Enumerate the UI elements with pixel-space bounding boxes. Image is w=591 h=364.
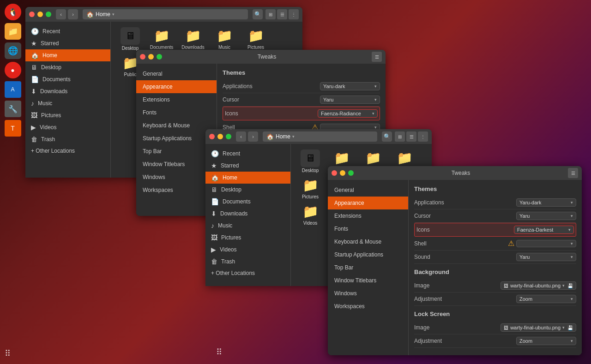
view-list-2[interactable]: ☰ bbox=[406, 131, 416, 142]
tweaks-min-2[interactable] bbox=[340, 170, 345, 176]
sidebar-item-recent-2[interactable]: 🕐 Recent bbox=[205, 148, 290, 160]
blue-app-icon[interactable]: A bbox=[5, 81, 21, 98]
sidebar-item-music-2[interactable]: ♪ Music bbox=[205, 220, 290, 232]
sidebar-item-pictures-1[interactable]: 🖼 Pictures bbox=[25, 109, 110, 121]
tweaks-fonts-2[interactable]: Fonts bbox=[328, 222, 408, 235]
tweaks-close-1[interactable] bbox=[140, 54, 145, 60]
close-button-2[interactable] bbox=[209, 134, 215, 139]
file-item-downloads[interactable]: 📁 Downloads bbox=[179, 27, 207, 51]
tweaks-windows-2[interactable]: Windows bbox=[328, 287, 408, 300]
file-item-documents[interactable]: 📁 Documents bbox=[148, 27, 175, 51]
tweaks-min-1[interactable] bbox=[148, 54, 154, 60]
sidebar-item-home-1[interactable]: 🏠 Home bbox=[25, 49, 110, 61]
sidebar-item-trash-2[interactable]: 🗑 Trash bbox=[205, 256, 290, 268]
sidebar-item-downloads-1[interactable]: ⬇ Downloads bbox=[25, 85, 110, 97]
videos-sidebar-icon-2: ▶ bbox=[211, 246, 216, 253]
file-item-desktop[interactable]: 🖥 Desktop bbox=[116, 27, 144, 51]
maximize-button-1[interactable] bbox=[46, 12, 51, 17]
search-button-1[interactable]: 🔍 bbox=[253, 9, 263, 19]
sidebar-item-videos-1[interactable]: ▶ Videos bbox=[25, 121, 110, 133]
sound-dropdown-2[interactable]: Yaru ▾ bbox=[516, 253, 576, 261]
close-button-1[interactable] bbox=[29, 12, 35, 17]
tweaks-extensions-1[interactable]: Extensions bbox=[136, 93, 217, 106]
app-icon[interactable]: ● bbox=[5, 62, 21, 78]
forward-button-1[interactable]: › bbox=[68, 9, 78, 19]
tweaks-max-1[interactable] bbox=[157, 54, 162, 60]
cursor-dropdown-1[interactable]: Yaru ▾ bbox=[320, 95, 380, 104]
tweaks-workspaces-1[interactable]: Workspaces bbox=[136, 184, 217, 197]
tweaks-keyboard-1[interactable]: Keyboard & Mouse bbox=[136, 119, 217, 132]
location-bar-2[interactable]: 🏠 Home ▾ bbox=[263, 131, 377, 142]
menu-button-2[interactable]: ⋮ bbox=[418, 131, 428, 142]
tweaks-close-2[interactable] bbox=[332, 170, 337, 176]
back-button-1[interactable]: ‹ bbox=[56, 9, 66, 19]
sidebar-item-desktop-1[interactable]: 🖥 Desktop bbox=[25, 61, 110, 73]
tweaks-workspaces-2[interactable]: Workspaces bbox=[328, 300, 408, 313]
sidebar-item-documents-2[interactable]: 📄 Documents bbox=[205, 196, 290, 208]
tweaks-fonts-1[interactable]: Fonts bbox=[136, 106, 217, 119]
file-item-music[interactable]: 📁 Music bbox=[211, 27, 238, 51]
sidebar-item-trash-1[interactable]: 🗑 Trash bbox=[25, 133, 110, 145]
tweaks-titlebars-1[interactable]: Window Titlebars bbox=[136, 158, 217, 171]
location-bar-1[interactable]: 🏠 Home ▾ bbox=[83, 9, 248, 19]
ubuntu-icon[interactable]: 🐧 bbox=[5, 4, 21, 20]
shell-dropdown-2[interactable]: ▾ bbox=[516, 240, 576, 247]
tweaks-keyboard-2[interactable]: Keyboard & Mouse bbox=[328, 235, 408, 248]
sidebar-item-starred-2[interactable]: ★ Starred bbox=[205, 160, 290, 172]
sidebar-item-other-1[interactable]: + Other Locations bbox=[25, 145, 110, 156]
tweaks-extensions-2[interactable]: Extensions bbox=[328, 209, 408, 222]
tweaks-general-2[interactable]: General bbox=[328, 184, 408, 197]
apps-grid-button[interactable]: ⠿ bbox=[5, 348, 11, 358]
view-toggle-1[interactable]: ⊞ bbox=[265, 9, 276, 19]
app2-icon[interactable]: 🔧 bbox=[5, 101, 21, 117]
sidebar-item-home-2[interactable]: 🏠 Home bbox=[205, 172, 290, 184]
tweaks-windows-1[interactable]: Windows bbox=[136, 171, 217, 184]
lock-image-dropdown-2[interactable]: 🖼 warty-final-ubuntu.png ▾ 💾 bbox=[501, 323, 576, 332]
tweaks-max-2[interactable] bbox=[348, 170, 354, 176]
tweaks-startup-2[interactable]: Startup Applications bbox=[328, 248, 408, 261]
search-button-2[interactable]: 🔍 bbox=[382, 131, 392, 142]
sidebar-item-pictures-2[interactable]: 🖼 Pictures bbox=[205, 232, 290, 244]
back-button-2[interactable]: ‹ bbox=[236, 131, 246, 142]
tweaks-appearance-1[interactable]: Appearance bbox=[136, 80, 217, 93]
sidebar-item-desktop-2[interactable]: 🖥 Desktop bbox=[205, 184, 290, 196]
view-list-1[interactable]: ☰ bbox=[277, 9, 287, 19]
minimize-button-2[interactable] bbox=[217, 134, 223, 139]
app3-icon[interactable]: T bbox=[5, 120, 21, 137]
file-item-desktop-2[interactable]: 🖥 Desktop bbox=[296, 149, 324, 173]
tweaks-topbar-2[interactable]: Top Bar bbox=[328, 261, 408, 274]
cursor-dropdown-2[interactable]: Yaru ▾ bbox=[516, 212, 576, 220]
applications-dropdown-2[interactable]: Yaru-dark ▾ bbox=[516, 198, 576, 207]
sidebar-item-other-2[interactable]: + Other Locations bbox=[205, 268, 290, 279]
sidebar-item-downloads-2[interactable]: ⬇ Downloads bbox=[205, 208, 290, 220]
icons-dropdown-2[interactable]: Faenza-Darkest ▾ bbox=[514, 226, 574, 234]
tweaks-menu-2[interactable]: ☰ bbox=[568, 168, 578, 178]
tweaks-appearance-2[interactable]: Appearance bbox=[328, 197, 408, 209]
minimize-button-1[interactable] bbox=[37, 12, 43, 17]
tweaks-general-1[interactable]: General bbox=[136, 67, 217, 80]
sidebar-item-music-1[interactable]: ♪ Music bbox=[25, 97, 110, 109]
forward-button-2[interactable]: › bbox=[248, 131, 258, 142]
tweaks-startup-1[interactable]: Startup Applications bbox=[136, 132, 217, 145]
applications-dropdown-1[interactable]: Yaru-dark ▾ bbox=[320, 82, 380, 90]
browser-icon[interactable]: 🌐 bbox=[5, 42, 21, 59]
bg-adj-dropdown-2[interactable]: Zoom ▾ bbox=[516, 295, 576, 303]
sidebar-item-documents-1[interactable]: 📄 Documents bbox=[25, 73, 110, 85]
view-toggle-2[interactable]: ⊞ bbox=[395, 131, 405, 142]
sidebar-item-starred-1[interactable]: ★ Starred bbox=[25, 37, 110, 49]
apps-grid-button-2[interactable]: ⠿ bbox=[216, 347, 222, 357]
sidebar-item-recent-1[interactable]: 🕐 Recent bbox=[25, 25, 110, 37]
file-item-pictures[interactable]: 📁 Pictures bbox=[242, 27, 270, 51]
tweaks-menu-1[interactable]: ☰ bbox=[372, 52, 382, 62]
tweaks-titlebars-2[interactable]: Window Titlebars bbox=[328, 274, 408, 287]
file-item-pictures-2[interactable]: 📁 Pictures bbox=[296, 177, 324, 199]
menu-button-1[interactable]: ⋮ bbox=[289, 9, 299, 19]
files-icon[interactable]: 📁 bbox=[5, 23, 21, 40]
bg-image-dropdown-2[interactable]: 🖼 warty-final-ubuntu.png ▾ 💾 bbox=[501, 281, 576, 290]
tweaks-topbar-1[interactable]: Top Bar bbox=[136, 145, 217, 158]
maximize-button-2[interactable] bbox=[226, 134, 231, 139]
file-item-videos-2[interactable]: 📁 Videos bbox=[296, 203, 324, 226]
icons-dropdown-1[interactable]: Faenza-Radiance ▾ bbox=[318, 109, 378, 118]
lock-adj-dropdown-2[interactable]: Zoom ▾ bbox=[516, 337, 576, 345]
sidebar-item-videos-2[interactable]: ▶ Videos bbox=[205, 244, 290, 256]
